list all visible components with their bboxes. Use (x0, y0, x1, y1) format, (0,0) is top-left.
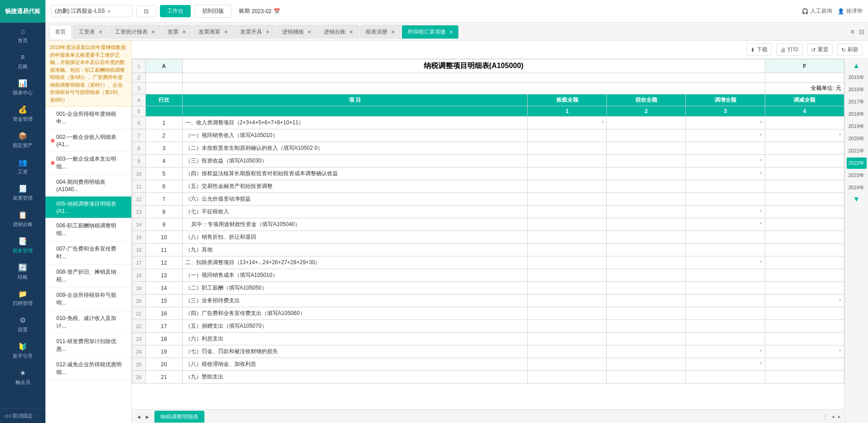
nav-item-006[interactable]: 006-职工薪酬纳税调整明细... (45, 218, 131, 241)
download-button[interactable]: ⬇ 下载 (746, 44, 772, 56)
year-2021[interactable]: 2021年 (847, 145, 867, 157)
sheet-tab-tax-adjust[interactable]: 纳税调整明细表 (154, 411, 204, 423)
download-label: 下载 (757, 46, 768, 54)
header-c4: 调减全额 (765, 94, 844, 106)
year-2017[interactable]: 2017年 (847, 96, 867, 108)
user-menu[interactable]: 👤 徐泽华 (838, 7, 863, 15)
switch-old-button[interactable]: 切到旧版 (194, 5, 232, 18)
nav-item-008[interactable]: 008-资产折旧、摊销及纳税... (45, 265, 131, 288)
tax-icon: 📑 (18, 237, 27, 246)
sheet-unit: 全额单位: 元 (765, 83, 844, 94)
nav-item-003[interactable]: 003-一般企业成本支出明细... (45, 152, 131, 175)
print-button[interactable]: 🖨 打印 (776, 44, 803, 56)
sidebar-item-settings[interactable]: ⚙ 设置 (0, 311, 45, 338)
tab-invoice-close[interactable]: ✕ (182, 30, 186, 34)
refresh-button[interactable]: ↻ 刷新 (837, 44, 863, 56)
sidebar-item-assets[interactable]: 📦 固定资产 (0, 127, 45, 153)
tab-home[interactable]: 首页 (49, 25, 72, 39)
nav-dot-006 (51, 228, 55, 231)
content-wrapper: 1 A 纳税调整项目明细表(A105000) F 2 (132, 59, 868, 423)
year-2023[interactable]: 2023年 (847, 170, 867, 181)
scroll-indicator: ⋮ (823, 413, 828, 420)
tab-payroll-stats-close[interactable]: ✕ (151, 30, 155, 34)
tab-payroll-close[interactable]: ✕ (99, 30, 102, 34)
nav-item-002[interactable]: 002-一般企业收入明细表(A1... (45, 130, 131, 152)
sidebar-item-archive[interactable]: 📁 归档管理 (0, 285, 45, 311)
nav-item-009[interactable]: 009-企业所得税弥补亏损明... (45, 288, 131, 311)
nav-item-001[interactable]: 001-企业所得税年度纳税申... (45, 107, 131, 130)
tab-income-tax[interactable]: 所得税汇算清缴 ✕ (402, 25, 459, 39)
minimize-icon[interactable]: ⊟ (859, 28, 864, 35)
consult-btn[interactable]: 🎧 人工咨询 (802, 7, 832, 15)
tab-income-tax-label: 所得税汇算清缴 (407, 28, 446, 36)
nav-item-012[interactable]: 012-减免企业所得税优惠明细... (45, 357, 131, 380)
sidebar-item-member[interactable]: ★ 畅会员 (0, 364, 45, 390)
tab-ledger[interactable]: 进销台账 ✕ (318, 25, 359, 39)
tab-home-label: 首页 (55, 28, 66, 36)
row-num-2: 2 (132, 73, 146, 83)
tab-income-tax-close[interactable]: ✕ (449, 30, 453, 34)
close-all-icon[interactable]: ✕ (850, 28, 855, 35)
sidebar-item-tax[interactable]: 📑 税务管理 (0, 232, 45, 259)
sheet-nav-next[interactable]: ▸ (144, 412, 151, 421)
tab-invoice-calc-close[interactable]: ✕ (224, 30, 228, 34)
sidebar-item-ledger[interactable]: ≡ 总账 (0, 49, 45, 74)
sidebar-item-invoice[interactable]: 🧾 发票管理 (0, 180, 45, 206)
sidebar-item-purchase[interactable]: 📋 进销台账 (0, 206, 45, 232)
tab-tax-table-close[interactable]: ✕ (391, 30, 395, 34)
sidebar-item-guide[interactable]: 🔰 新手引导 (0, 338, 45, 364)
tab-tax-table[interactable]: 税表清册 ✕ (360, 25, 401, 39)
sidebar-item-payroll[interactable]: 👥 工资 (0, 153, 45, 180)
table-row: 20 15 （三）业务招待费支出 * (132, 295, 844, 307)
sheet-nav-prev[interactable]: ◂ (135, 412, 142, 421)
tab-audit-close[interactable]: ✕ (308, 30, 311, 34)
year-nav-down[interactable]: ▼ (852, 194, 861, 204)
sheet-container[interactable]: 1 A 纳税调整项目明细表(A105000) F 2 (132, 59, 844, 409)
nav-item-005[interactable]: 005-纳税调整项目明细表(A1... (45, 197, 131, 218)
tab-payroll-stats[interactable]: 工资统计报表 ✕ (109, 25, 161, 39)
nav-item-011[interactable]: 011-研发费用加计扣除优惠... (45, 334, 131, 357)
tab-invoice-calc[interactable]: 发票测算 ✕ (193, 25, 233, 39)
sidebar-pin[interactable]: ◁◁ 取消固定 (0, 408, 45, 423)
nav-item-004[interactable]: 004-期间费用明细表(A1040... (45, 175, 131, 197)
nav-label-001: 001-企业所得税年度纳税申... (56, 110, 126, 126)
nav-item-010[interactable]: 010-免税、减计收入及加计... (45, 311, 131, 334)
scroll-right-btn[interactable]: ▸ (838, 413, 841, 420)
year-nav-up[interactable]: ▲ (852, 61, 861, 71)
sidebar-item-reports[interactable]: 📊 报表中心 (0, 74, 45, 101)
nav-item-007[interactable]: 007-广告费和业务宣传费时... (45, 241, 131, 265)
tab-invoice[interactable]: 发票 ✕ (162, 25, 192, 39)
home-icon: ⌂ (20, 27, 25, 35)
company-selector[interactable]: (勿删) 江西股金-LSS ▾ (51, 5, 133, 17)
year-2024[interactable]: 2024年 (847, 182, 867, 193)
period-selector[interactable]: 账期 2023-02 📅 (239, 7, 280, 15)
year-2018[interactable]: 2018年 (847, 108, 867, 120)
tab-audit[interactable]: 进销稽核 ✕ (276, 25, 317, 39)
nav-dot-012 (51, 367, 55, 370)
reset-button[interactable]: ↺ 重置 (807, 44, 833, 56)
table-row: 23 18 （六）利息支出 (132, 333, 844, 345)
sidebar-item-finance[interactable]: 💰 资金管理 (0, 101, 45, 127)
copy-button[interactable]: ⊡ (136, 5, 156, 17)
year-2022[interactable]: 2022年 (847, 157, 867, 169)
tab-invoice-issue[interactable]: 发票开具 ✕ (234, 25, 275, 39)
print-icon: 🖨 (780, 47, 786, 53)
purchase-icon: 📋 (18, 211, 27, 219)
year-2020[interactable]: 2020年 (847, 133, 867, 144)
year-2015[interactable]: 2015年 (847, 72, 867, 83)
sidebar-item-home[interactable]: ⌂ 首页 (0, 23, 45, 49)
table-row: 26 21 （九）赞助支出 (132, 371, 844, 384)
headset-icon: 🎧 (802, 8, 808, 15)
tab-invoice-issue-close[interactable]: ✕ (266, 30, 269, 34)
year-2019[interactable]: 2019年 (847, 121, 867, 132)
nav-label-004: 004-期间费用明细表(A1040... (56, 178, 126, 192)
tab-ledger-close[interactable]: ✕ (349, 30, 353, 34)
table-row: 25 20 （八）税收滞纳金、加收利息 * (132, 358, 844, 371)
table-row: 10 5 （四）按权益法核算长期股权投资对初始投资成本调整确认收益 * (132, 167, 844, 180)
invoice-icon: 🧾 (18, 184, 27, 193)
year-2016[interactable]: 2016年 (847, 84, 867, 95)
scroll-left-btn[interactable]: ◂ (832, 413, 834, 420)
tab-payroll[interactable]: 工资表 ✕ (73, 25, 108, 39)
workbench-button[interactable]: 工作台 (160, 5, 191, 17)
sidebar-item-settlement[interactable]: 🔄 结账 (0, 259, 45, 285)
